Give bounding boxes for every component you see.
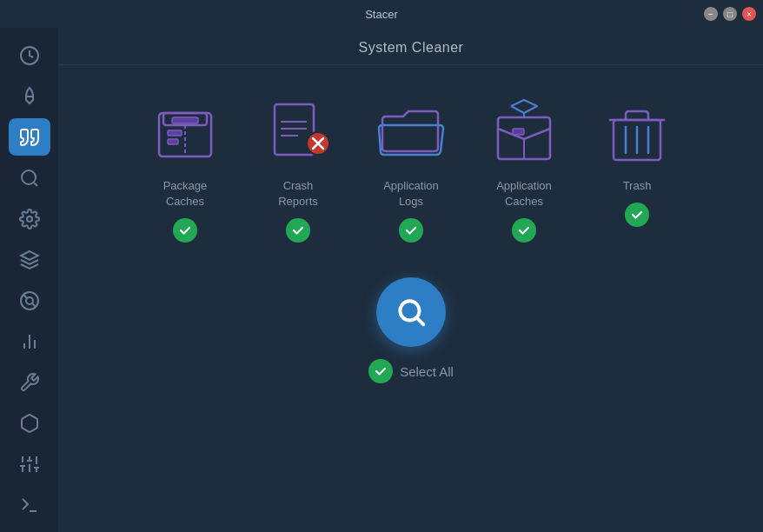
sidebar-item-dashboard[interactable] [9, 37, 50, 74]
page-title: System Cleaner [76, 40, 746, 56]
sidebar-item-processes[interactable] [9, 241, 50, 278]
crash-reports-label: CrashReports [278, 178, 318, 209]
package-icon [19, 290, 40, 311]
app-title: Stacer [365, 8, 398, 21]
trash-icon-wrapper [594, 91, 680, 170]
scan-button[interactable] [376, 277, 446, 347]
close-button[interactable]: × [742, 7, 756, 21]
cleaner-item-application-logs[interactable]: ApplicationLogs [368, 91, 454, 243]
sidebar-item-tweaks[interactable] [9, 445, 50, 482]
maximize-button[interactable]: □ [723, 7, 737, 21]
application-caches-icon [485, 96, 563, 165]
svg-rect-26 [168, 139, 178, 144]
box-icon [19, 413, 40, 434]
select-all-check[interactable] [368, 359, 393, 383]
sidebar-item-resources[interactable] [9, 323, 50, 360]
gauge-icon [19, 45, 40, 66]
minimize-button[interactable]: − [704, 7, 718, 21]
check-icon [292, 224, 304, 236]
content-area: System Cleaner [59, 28, 763, 532]
cleaner-item-trash[interactable]: Trash [594, 91, 680, 243]
settings-icon [19, 209, 40, 229]
rocket-icon [19, 86, 40, 107]
svg-rect-25 [168, 130, 182, 136]
cleaner-item-package-caches[interactable]: PackageCaches [142, 91, 229, 243]
svg-line-7 [31, 303, 35, 306]
select-all-row: Select All [368, 359, 454, 383]
check-icon [631, 209, 643, 221]
application-caches-icon-wrapper [481, 91, 567, 170]
svg-marker-3 [21, 251, 38, 260]
application-logs-label: ApplicationLogs [383, 178, 439, 209]
trash-icon [598, 96, 676, 165]
sidebar-item-gnome[interactable] [9, 404, 50, 442]
application-caches-label: ApplicationCaches [496, 178, 552, 209]
main-layout: System Cleaner [0, 28, 763, 532]
package-caches-label: PackageCaches [163, 178, 208, 209]
cleaner-item-application-caches[interactable]: ApplicationCaches [481, 91, 567, 243]
check-icon [405, 224, 417, 236]
tools-icon [19, 372, 40, 393]
package-caches-icon-wrapper [142, 91, 229, 170]
sidebar-item-terminal[interactable] [9, 486, 50, 523]
sidebar [0, 28, 59, 532]
svg-point-5 [26, 297, 33, 304]
crash-reports-check[interactable] [286, 218, 310, 243]
window-controls: − □ × [704, 7, 756, 21]
check-icon [179, 224, 191, 236]
crash-reports-icon [259, 96, 337, 165]
application-logs-icon-wrapper [368, 91, 454, 170]
application-logs-icon [372, 96, 450, 165]
page-header: System Cleaner [59, 28, 763, 65]
package-caches-icon [146, 96, 224, 165]
layers-icon [19, 249, 40, 270]
check-icon [375, 365, 387, 377]
trash-check[interactable] [625, 203, 649, 227]
crash-reports-icon-wrapper [255, 91, 342, 170]
cleaner-item-crash-reports[interactable]: CrashReports [255, 91, 342, 243]
select-all-area: Select All [368, 277, 454, 383]
chart-icon [19, 331, 40, 352]
scan-search-icon [395, 296, 428, 329]
search-icon [19, 168, 40, 189]
svg-line-6 [23, 294, 26, 297]
cleaner-content: PackageCaches [59, 65, 763, 532]
sidebar-item-apt[interactable] [9, 363, 50, 401]
sidebar-item-services[interactable] [9, 200, 50, 237]
terminal-icon [19, 495, 40, 515]
sidebar-item-uninstaller[interactable] [9, 282, 50, 319]
svg-rect-37 [513, 129, 524, 135]
check-icon [518, 224, 530, 236]
application-caches-check[interactable] [512, 218, 536, 243]
select-all-label: Select All [400, 364, 454, 379]
brush-icon [19, 127, 40, 148]
trash-label: Trash [623, 178, 652, 194]
titlebar: Stacer − □ × [0, 0, 763, 28]
application-logs-check[interactable] [399, 218, 423, 243]
package-caches-check[interactable] [173, 218, 197, 243]
sidebar-item-startup[interactable] [9, 77, 50, 115]
sidebar-item-search[interactable] [9, 159, 50, 196]
cleaner-items-grid: PackageCaches [142, 91, 680, 243]
sidebar-item-cleaner[interactable] [9, 118, 50, 156]
svg-rect-23 [172, 117, 198, 123]
sliders-icon [19, 454, 40, 475]
svg-point-1 [22, 170, 36, 184]
svg-point-2 [27, 216, 32, 222]
